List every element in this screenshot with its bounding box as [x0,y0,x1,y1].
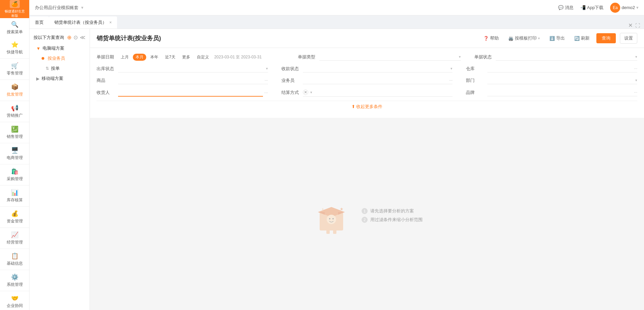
tree-mobile-scheme[interactable]: ▶ 移动端方案 [30,73,90,84]
sidebar-sales-label: 销售管理 [7,134,23,140]
sidebar-item-system[interactable]: ⚙️ 系统管理 [0,270,29,291]
print-dropdown-icon: ▾ [538,36,540,41]
date-btn-custom[interactable]: 自定义 [194,54,212,61]
brand-select[interactable]: ··· [487,89,637,96]
tree-desktop-scheme[interactable]: ▼ 电脑端方案 [30,43,90,53]
edit-scheme-icon[interactable]: ⊙ [73,34,78,41]
date-btn-more[interactable]: 更多 [179,54,193,61]
add-scheme-icon[interactable]: ⊕ [67,34,71,41]
warehouse-label: 仓库 [466,66,485,72]
header-right: 💬 消息 📲 App下载 Ea demo2 ▾ [558,3,639,13]
refresh-btn[interactable]: 🔄 刷新 [572,34,592,43]
operation-icon: 📈 [11,231,18,239]
tab-active-label: 销货单统计表（按业务员） [54,19,107,25]
message-btn[interactable]: 💬 消息 [558,5,574,11]
warehouse-select[interactable]: ··· [487,65,637,72]
sidebar-item-basic[interactable]: 📋 基础信息 [0,249,29,270]
query-btn[interactable]: 查询 [596,33,616,43]
date-btn-7days[interactable]: 近7天 [162,54,178,61]
pay-method-clear-btn[interactable]: ✕ [303,90,308,95]
receipt-status-chevron: ▾ [450,66,452,71]
sidebar-inventory-label: 库存核算 [7,197,23,203]
print-btn[interactable]: 🖨️ 按模板打印 ▾ [505,34,543,43]
download-icon: 📲 [580,5,586,10]
tree-order-label: 按单 [51,65,60,71]
app-logo[interactable]: 🍊 畅捷通好生意 标版 [0,0,30,18]
filter-area: 单据日期 上月 本月 本年 近7天 更多 自定义 2023-03-01 至 20… [90,48,644,118]
dept-select[interactable]: ▾ [487,77,637,84]
collapse-panel-icon[interactable]: ≪ [80,34,86,41]
receipt-status-select[interactable]: ▾ [303,65,453,72]
sidebar-item-enterprise[interactable]: 🤝 企业协同 [0,291,29,310]
out-status-select[interactable]: ▾ [118,65,268,72]
warehouse-more-icon: ··· [634,66,637,71]
date-btn-this-month[interactable]: 本月 [133,54,146,61]
sidebar-item-nav[interactable]: ⭐ 快捷导航 [0,38,29,59]
svg-point-6 [332,218,334,219]
sidebar-item-wholesale[interactable]: 📦 批发管理 [0,80,29,101]
sidebar-item-purchase[interactable]: 🛍️ 采购管理 [0,164,29,186]
collapse-btn[interactable]: ⬆ 收起更多条件 [97,101,637,112]
logo-icon: 🍊 [10,0,20,8]
tab-maximize-icon[interactable]: ⛶ [635,23,640,28]
filter-brand: 品牌 ··· [466,89,637,96]
page-area: 按以下方案查询 ⊕ ⊙ ≪ ▼ 电脑端方案 按业务员 ⇅ 按单 ▶ [30,29,644,310]
tab-active[interactable]: 销货单统计表（按业务员） × [49,16,117,29]
tree-by-order[interactable]: ⇅ 按单 [30,63,90,73]
filter-receiver: 收货人 ··· [97,88,268,97]
sidebar-item-ecommerce[interactable]: 🖥️ 电商管理 [0,143,29,164]
empty-tip-2: 2 用过滤条件来缩小分析范围 [362,217,423,223]
sidebar-item-sales[interactable]: 💹 销售管理 [0,122,29,143]
tab-home-label: 首页 [35,19,44,25]
receiver-more-icon[interactable]: ··· [264,90,268,95]
tip-text-2: 用过滤条件来缩小分析范围 [370,217,423,223]
tab-home[interactable]: 首页 [30,16,49,29]
salesman-select[interactable]: ··· [303,76,453,84]
pay-method-select[interactable]: ✕ ▾ [303,88,453,97]
dropdown-icon[interactable]: ▾ [81,5,84,10]
user-menu[interactable]: Ea demo2 ▾ [610,3,639,13]
ecommerce-icon: 🖥️ [11,147,18,154]
sidebar-marketing-label: 营销推广 [7,113,23,118]
doc-type-select[interactable]: ▾ [319,53,461,61]
sidebar-basic-label: 基础信息 [7,261,23,266]
tree-desktop-label: 电脑端方案 [43,45,64,51]
tab-close-btn[interactable]: × [109,20,112,25]
nav-icon: ⭐ [11,41,18,48]
sidebar-item-retail[interactable]: 🛒 零售管理 [0,59,29,80]
company-dropdown[interactable]: 办公用品行业模拟账套 [35,5,78,11]
empty-tips: 1 请先选择要分析的方案 2 用过滤条件来缩小分析范围 [362,208,423,223]
date-btn-this-year[interactable]: 本年 [148,54,161,61]
pay-method-chevron: ▾ [310,90,312,95]
sidebar-search-label: 搜索菜单 [7,29,23,35]
sidebar-search-item[interactable]: 🔍 搜索菜单 [0,18,29,38]
settings-btn[interactable]: 设置 [620,33,637,44]
doc-status-select[interactable]: ▾ [496,53,637,61]
help-btn[interactable]: ❓ 帮助 [481,34,501,43]
app-download-btn[interactable]: 📲 App下载 [580,5,603,11]
tree-by-salesman[interactable]: 按业务员 [30,53,90,63]
avatar: Ea [610,3,620,13]
sidebar-item-finance[interactable]: 💰 资金管理 [0,207,29,228]
settings-label: 设置 [624,35,633,41]
tab-close-window-icon[interactable]: ✕ [628,22,633,29]
filter-doc-status: 单据状态 ▾ [474,53,637,61]
refresh-label: 刷新 [581,35,590,41]
collapse-label: 收起更多条件 [356,104,382,109]
sidebar-item-operation[interactable]: 📈 经营管理 [0,228,29,249]
goods-select[interactable]: ··· [118,76,268,84]
sidebar-operation-label: 经营管理 [7,240,23,245]
dept-label: 部门 [466,78,485,84]
sidebar-item-inventory[interactable]: 📊 库存核算 [0,186,29,207]
date-btn-last-month[interactable]: 上月 [118,54,131,61]
sort-icon: ⇅ [46,66,49,71]
empty-illustration: ★ ✦ [311,195,352,236]
sidebar-retail-label: 零售管理 [7,70,23,76]
tabs-bar: 首页 销货单统计表（按业务员） × ✕ ⛶ [30,15,644,29]
receiver-input[interactable] [118,88,263,97]
sidebar-item-marketing[interactable]: 📢 营销推广 [0,101,29,122]
inventory-icon: 📊 [11,189,18,196]
date-range: 2023-03-01 至 2023-03-31 [214,54,262,60]
export-btn[interactable]: ⬇️ 导出 [547,34,568,43]
message-label: 消息 [565,5,574,11]
